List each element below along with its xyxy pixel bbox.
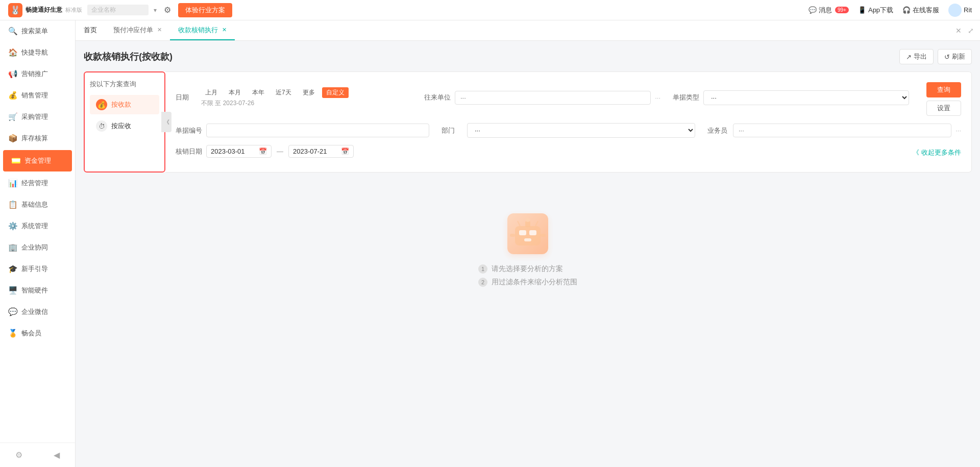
user-area[interactable]: Rit [948,4,972,17]
query-button[interactable]: 查询 [926,82,961,97]
page-header: 收款核销执行(按收款) ↗ 导出 ↺ 刷新 [84,49,972,64]
sidebar-settings-icon[interactable]: ⚙ [12,447,26,463]
filter-collapse-button[interactable]: 《 [161,112,172,132]
page-title: 收款核销执行(按收款) [84,51,173,63]
tab-receipt-writeoff-close-icon[interactable]: ✕ [222,27,227,33]
empty-texts: 1 请先选择要分析的方案 2 用过滤条件来缩小分析范围 [478,264,577,287]
sidebar-item-purchase[interactable]: 🛒 采购管理 [0,106,75,128]
app-logo: 🐰 畅捷通好生意 标准版 [8,3,82,17]
sidebar-item-sales[interactable]: 💰 销售管理 [0,85,75,106]
refresh-button[interactable]: ↺ 刷新 [938,49,972,64]
message-label: 消息 [819,6,832,15]
date-last-month-btn[interactable]: 上月 [201,87,222,98]
calendar-start-icon[interactable]: 📅 [259,148,267,155]
filter-option-by-receipt[interactable]: 💰 按收款 [90,95,159,114]
user-name: Rit [964,6,972,14]
date-7days-btn[interactable]: 近7天 [272,87,296,98]
verify-date-start-input[interactable] [211,148,257,155]
guide-icon: 🎓 [8,264,17,274]
home-icon: 🏠 [8,48,17,57]
more-conditions-button[interactable]: 《 收起更多条件 [913,148,961,157]
filter-panel: 按以下方案查询 💰 按收款 ⏱ 按应收 《 [84,71,972,173]
company-chevron-icon[interactable]: ▾ [154,7,157,14]
filter-sidebar-title: 按以下方案查询 [90,80,159,89]
doc-type-select[interactable]: ··· [703,90,909,105]
svg-rect-0 [515,226,541,245]
wechat-icon: 💬 [8,307,17,316]
doc-no-input[interactable] [206,124,429,137]
verify-date-range: 📅 — 📅 [206,145,532,158]
sidebar-label-enterprise: 企业协同 [21,243,48,252]
sidebar-item-hardware[interactable]: 🖥️ 智能硬件 [0,280,75,301]
sidebar-item-guide[interactable]: 🎓 新手引导 [0,258,75,280]
hint-2-number: 2 [478,278,487,287]
sidebar-item-basic-info[interactable]: 📋 基础信息 [0,194,75,215]
quick-dates: 上月 本月 本年 近7天 更多 自定义 [201,87,349,98]
date-this-month-btn[interactable]: 本月 [225,87,245,98]
sidebar-item-operations[interactable]: 📊 经营管理 [0,173,75,194]
svg-point-5 [526,218,530,222]
tab-home-label: 首页 [84,26,97,35]
purchase-icon: 🛒 [8,112,17,121]
tab-close-all-icon[interactable]: ✕ [953,24,964,37]
tab-bar: 首页 预付冲应付单 ✕ 收款核销执行 ✕ ✕ ⤢ [76,20,980,41]
filter-form: 日期 上月 本月 本年 近7天 更多 自定义 不限 至 [165,71,972,173]
filter-row-1: 日期 上月 本月 本年 近7天 更多 自定义 不限 至 [176,79,961,116]
sidebar-item-finance[interactable]: 💳 资金管理 [3,150,72,171]
sidebar-label-wechat: 企业微信 [21,307,48,316]
staff-input[interactable] [733,124,951,137]
partner-input[interactable] [455,91,651,105]
refresh-icon: ↺ [944,53,950,61]
app-version: 标准版 [65,6,82,14]
sidebar-item-system[interactable]: ⚙️ 系统管理 [0,215,75,237]
date-custom-btn[interactable]: 自定义 [322,87,349,98]
partner-label: 往来单位 [424,93,451,102]
settings-icon[interactable]: ⚙ [164,5,171,15]
system-icon: ⚙️ [8,222,17,231]
svg-rect-3 [524,238,531,241]
sidebar-label-sales: 销售管理 [21,91,48,100]
tab-home[interactable]: 首页 [76,20,105,40]
partner-ellipsis-icon[interactable]: ··· [655,94,660,102]
app-download-item[interactable]: 📱 App下载 [858,6,893,15]
tab-prepay[interactable]: 预付冲应付单 ✕ [105,20,170,40]
sidebar-item-inventory[interactable]: 📦 库存核算 [0,128,75,149]
dept-select[interactable]: ··· [467,123,695,138]
sidebar-label-purchase: 采购管理 [21,112,48,121]
date-more-btn[interactable]: 更多 [299,87,319,98]
date-this-year-btn[interactable]: 本年 [248,87,268,98]
svg-rect-2 [529,230,536,235]
calendar-end-icon[interactable]: 📅 [341,148,349,155]
date-not-limited: 不限 至 2023-07-26 [201,99,349,108]
filter-field-staff: 业务员 ··· [707,124,961,137]
verify-date-end-input[interactable] [293,148,339,155]
sidebar-item-search[interactable]: 🔍 搜索菜单 [0,20,75,42]
sidebar-item-wechat[interactable]: 💬 企业微信 [0,301,75,323]
sidebar-collapse-icon[interactable]: ◀ [51,447,63,463]
hint-1-text: 请先选择要分析的方案 [492,264,563,274]
staff-ellipsis-icon[interactable]: ··· [955,127,961,134]
marketing-icon: 📢 [8,69,17,79]
tab-receipt-writeoff[interactable]: 收款核销执行 ✕ [170,20,235,40]
enterprise-icon: 🏢 [8,243,17,252]
hint-1-number: 1 [478,264,487,274]
company-selector[interactable]: 企业名称 [87,5,149,15]
sidebar-item-quick-nav[interactable]: 🏠 快捷导航 [0,42,75,63]
svg-line-9 [535,221,538,226]
solution-button[interactable]: 体验行业方案 [178,3,232,17]
tab-expand-icon[interactable]: ⤢ [966,24,976,37]
query-btn-group: 查询 设置 [926,79,961,116]
sidebar-bottom: ⚙ ◀ [0,443,75,467]
sidebar-item-enterprise[interactable]: 🏢 企业协同 [0,237,75,258]
message-item[interactable]: 💬 消息 99+ [808,6,849,15]
settings-button[interactable]: 设置 [926,101,961,116]
export-button[interactable]: ↗ 导出 [899,49,934,64]
filter-option-by-receivable[interactable]: ⏱ 按应收 [90,116,159,136]
search-icon: 🔍 [8,27,17,36]
sidebar-item-marketing[interactable]: 📢 营销推广 [0,63,75,85]
sidebar-label-member: 畅会员 [21,329,41,338]
sidebar-item-member[interactable]: 🏅 畅会员 [0,323,75,344]
customer-service-item[interactable]: 🎧 在线客服 [902,6,939,15]
sidebar-label-operations: 经营管理 [21,179,48,188]
tab-prepay-close-icon[interactable]: ✕ [157,27,162,33]
